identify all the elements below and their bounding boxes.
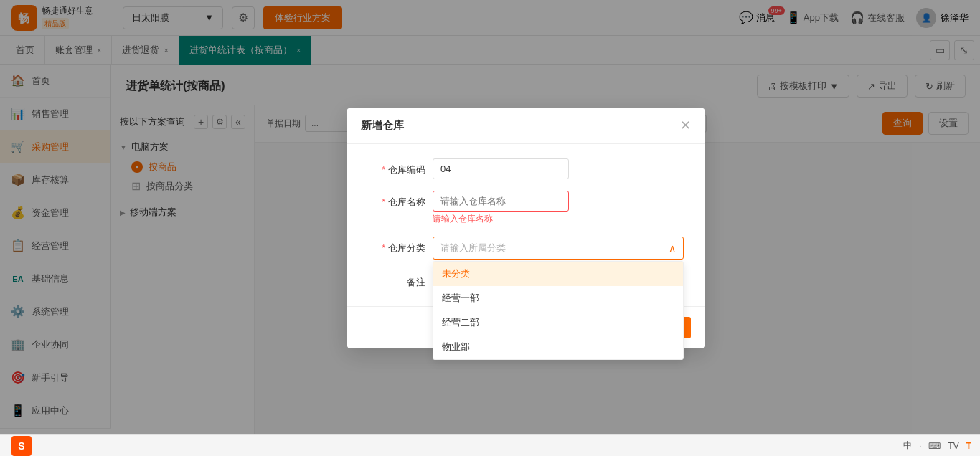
s-logo: S [11, 436, 32, 456]
category-placeholder: 请输入所属分类 [440, 242, 506, 255]
dropdown-item-2[interactable]: 经营二部 [433, 310, 683, 335]
status-chinese: 中 [903, 440, 912, 452]
dropdown-item-0[interactable]: 未分类 [433, 262, 683, 286]
warehouse-category-dropdown: 请输入所属分类 ∧ 未分类 经营一部 经营二部 物业部 [433, 237, 684, 260]
add-warehouse-modal: 新增仓库 ✕ 仓库编码 仓库名称 请输入仓库名称 仓库分类 请输入所属分类 ∧ [347, 108, 705, 348]
warehouse-name-error: 请输入仓库名称 [433, 213, 684, 225]
dropdown-chevron-icon: ∧ [669, 242, 676, 254]
t-icon: T [966, 441, 971, 451]
warehouse-category-label: 仓库分类 [368, 237, 425, 255]
warehouse-code-input[interactable] [433, 158, 569, 179]
warehouse-name-group: 请输入仓库名称 [433, 191, 684, 225]
keyboard-icon: ⌨ [928, 441, 941, 451]
status-bar: S 中 · ⌨ TV T [0, 434, 980, 456]
warehouse-code-label: 仓库编码 [368, 158, 425, 176]
warehouse-category-row: 仓库分类 请输入所属分类 ∧ 未分类 经营一部 经营二部 物业部 [368, 237, 684, 260]
dropdown-item-1[interactable]: 经营一部 [433, 286, 683, 310]
note-label: 备注 [368, 271, 425, 289]
warehouse-name-row: 仓库名称 请输入仓库名称 [368, 191, 684, 225]
modal-close-button[interactable]: ✕ [680, 118, 691, 133]
dropdown-item-3[interactable]: 物业部 [433, 335, 683, 359]
warehouse-name-input[interactable] [433, 191, 569, 212]
modal-title: 新增仓库 [361, 119, 404, 133]
status-dot: · [919, 441, 921, 451]
category-dropdown-list: 未分类 经营一部 经营二部 物业部 [433, 261, 684, 360]
warehouse-name-label: 仓库名称 [368, 191, 425, 209]
tv-icon: TV [948, 441, 958, 451]
modal-body: 仓库编码 仓库名称 请输入仓库名称 仓库分类 请输入所属分类 ∧ 未分类 [347, 144, 705, 306]
warehouse-code-group [433, 158, 684, 179]
modal-header: 新增仓库 ✕ [347, 108, 705, 144]
warehouse-code-row: 仓库编码 [368, 158, 684, 179]
s-icon: S [11, 436, 32, 456]
category-dropdown-trigger[interactable]: 请输入所属分类 ∧ [433, 237, 684, 260]
